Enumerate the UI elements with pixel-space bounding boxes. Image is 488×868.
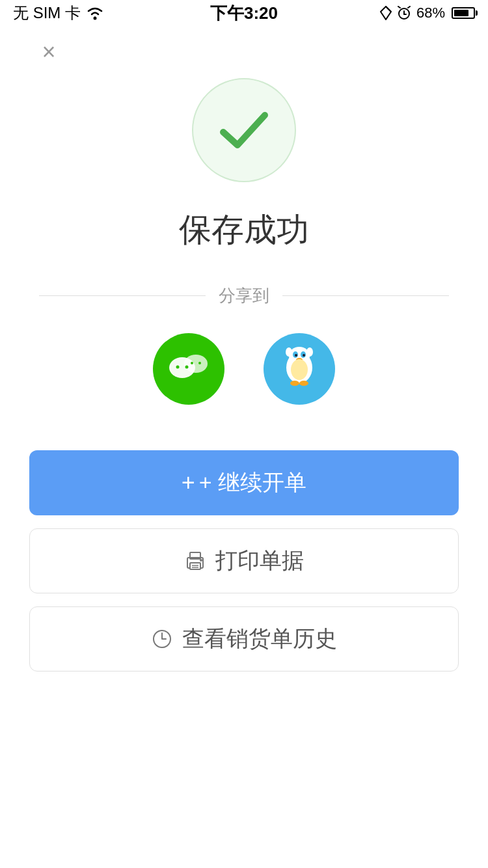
- svg-point-29: [200, 559, 202, 562]
- success-circle: [192, 78, 296, 182]
- wechat-share-button[interactable]: [153, 333, 224, 405]
- action-buttons: + + 继续开单 打印单据 查看销货单历史: [29, 450, 459, 671]
- battery-text: 68%: [416, 5, 445, 21]
- no-sim-text: 无 SIM 卡: [13, 3, 81, 23]
- svg-point-23: [306, 347, 313, 357]
- share-icons: [153, 333, 335, 405]
- svg-point-19: [291, 359, 308, 380]
- continue-icon: +: [182, 469, 195, 496]
- print-icon: [184, 550, 206, 572]
- status-right: 68%: [380, 5, 475, 21]
- svg-line-4: [398, 7, 400, 8]
- svg-rect-26: [190, 563, 200, 569]
- qq-share-button[interactable]: [264, 333, 335, 405]
- continue-button[interactable]: + + 继续开单: [29, 450, 459, 515]
- close-icon: ×: [42, 40, 55, 64]
- history-label: 查看销货单历史: [182, 624, 337, 654]
- battery-icon: [452, 7, 475, 19]
- svg-point-9: [185, 365, 188, 368]
- wechat-icon: [168, 351, 210, 387]
- svg-point-22: [286, 347, 292, 357]
- print-label: 打印单据: [215, 546, 304, 576]
- history-button[interactable]: 查看销货单历史: [29, 606, 459, 671]
- share-divider: 分享到: [0, 284, 488, 307]
- checkmark-icon: [218, 107, 270, 153]
- alarm-icon: [397, 6, 411, 20]
- svg-point-7: [184, 355, 208, 373]
- status-left: 无 SIM 卡: [13, 3, 104, 23]
- share-label: 分享到: [206, 284, 282, 307]
- svg-point-17: [303, 354, 305, 357]
- continue-label: + 继续开单: [199, 468, 306, 498]
- svg-point-16: [295, 354, 297, 357]
- svg-line-5: [408, 7, 410, 8]
- success-title: 保存成功: [179, 208, 309, 252]
- main-content: 保存成功 分享到: [0, 26, 488, 671]
- status-bar: 无 SIM 卡 下午3:20 68%: [0, 0, 488, 26]
- status-time: 下午3:20: [210, 2, 278, 25]
- qq-icon: [280, 347, 318, 391]
- svg-point-0: [94, 17, 97, 20]
- svg-point-8: [176, 365, 179, 368]
- svg-point-20: [290, 381, 299, 386]
- svg-point-10: [191, 362, 193, 364]
- location-icon: [380, 6, 392, 20]
- wifi-icon: [86, 6, 104, 20]
- svg-point-11: [198, 362, 201, 364]
- divider-right: [282, 295, 449, 296]
- close-button[interactable]: ×: [33, 36, 65, 68]
- history-icon: [151, 628, 173, 650]
- print-button[interactable]: 打印单据: [29, 528, 459, 593]
- divider-left: [39, 295, 206, 296]
- svg-point-21: [299, 381, 308, 386]
